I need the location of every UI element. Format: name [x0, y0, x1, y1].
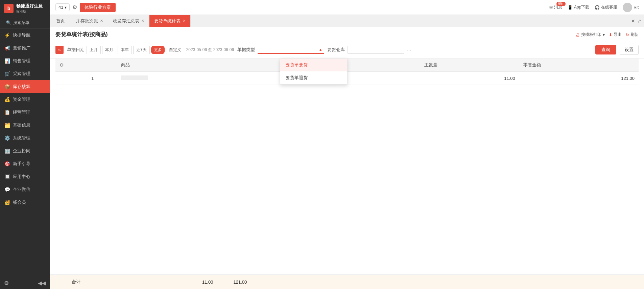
nav-label-base: 基础信息 — [13, 122, 30, 128]
sidebar-item-system[interactable]: ⚙️系统管理 — [0, 132, 50, 144]
period-this-year[interactable]: 本年 — [118, 46, 132, 54]
messages-btn[interactable]: ✉ 消息 99+ — [549, 4, 562, 10]
app-logo: b 畅捷通好生意 标准版 — [0, 0, 50, 17]
messages-icon: ✉ — [549, 5, 553, 10]
type-dropdown-menu: 要货单要货 要货单退货 — [280, 58, 348, 85]
tab-close-inventory-batch[interactable]: ✕ — [100, 19, 103, 23]
sidebar-item-finance[interactable]: 💰资金管理 — [0, 93, 50, 106]
footer-quantity: 11.00 — [202, 280, 213, 285]
refresh-btn[interactable]: ↻ 刷新 — [626, 32, 639, 38]
nav-icon-vip: 👑 — [4, 199, 10, 205]
dropdown-item-order-goods[interactable]: 要货单要货 — [280, 59, 347, 71]
topbar-dropdown[interactable]: 41 ▾ — [55, 3, 70, 11]
app-download-btn[interactable]: 📱 App下载 — [568, 4, 589, 10]
tab-receive-summary[interactable]: 收发存汇总表✕ — [108, 15, 149, 27]
footer-label: 合计 — [72, 279, 80, 285]
page-header: 要货单统计表(按商品) 🖨 按模板打印 ▾ ⬇ 导出 ↻ 刷新 — [50, 27, 644, 41]
sidebar-item-wechat[interactable]: 💬企业微信 — [0, 183, 50, 196]
filter-settings-btn[interactable]: 设置 — [620, 45, 639, 55]
sidebar-item-operations[interactable]: 📋经营管理 — [0, 106, 50, 119]
date-filter-group: 单据日期 上月 本月 本年 近7天 更多 自定义 2023-05-06 至 20… — [67, 46, 234, 54]
nav-icon-marketing: 📢 — [4, 45, 10, 51]
refresh-icon: ↻ — [626, 32, 629, 37]
tab-order-stats[interactable]: 要货单统计表✕ — [149, 15, 191, 27]
nav-label-purchase: 采购管理 — [13, 71, 30, 77]
nav-icon-purchase: 🛒 — [4, 71, 10, 77]
sidebar-item-base[interactable]: 🗂️基础信息 — [0, 119, 50, 132]
sidebar-item-shortcut[interactable]: ⚡快捷导航 — [0, 29, 50, 42]
table-container: ⚙ 商品 主计量单位 主数量 零售金额 1 块 11.00 121.00 — [50, 59, 644, 274]
nav-icon-sales: 📊 — [4, 58, 10, 64]
export-icon: ⬇ — [609, 32, 612, 37]
nav-label-apps: 应用中心 — [13, 174, 30, 180]
sidebar-item-purchase[interactable]: 🛒采购管理 — [0, 67, 50, 80]
tabs-actions: ✕ ⤢ — [628, 15, 644, 27]
topbar-settings-icon[interactable]: ⚙ — [72, 4, 77, 10]
logo-text: 畅捷通好生意 标准版 — [16, 3, 43, 14]
filter-bar: » 单据日期 上月 本月 本年 近7天 更多 自定义 2023-05-06 至 … — [50, 41, 644, 59]
footer-amount: 121.00 — [234, 280, 247, 285]
page-content: 要货单统计表(按商品) 🖨 按模板打印 ▾ ⬇ 导出 ↻ 刷新 — [50, 27, 644, 289]
tab-inventory-batch[interactable]: 库存批次账✕ — [71, 15, 108, 27]
topbar-right: ✉ 消息 99+ 📱 App下载 🎧 在线客服 Rit — [549, 3, 639, 12]
export-btn[interactable]: ⬇ 导出 — [609, 32, 622, 38]
cell-num: 1 — [68, 72, 117, 85]
sidebar-settings-icon[interactable]: ⚙ — [4, 280, 9, 286]
headset-icon: 🎧 — [595, 5, 600, 10]
sidebar-item-guide[interactable]: 🎯新手引导 — [0, 157, 50, 170]
tab-close-order-stats[interactable]: ✕ — [183, 19, 186, 23]
nav-icon-base: 🗂️ — [4, 122, 10, 128]
trial-btn[interactable]: 体验行业方案 — [80, 3, 116, 12]
cell-amount: 121.00 — [519, 72, 639, 85]
period-last-month[interactable]: 上月 — [87, 46, 101, 54]
period-custom[interactable]: 自定义 — [166, 46, 184, 54]
tab-home[interactable]: 首页 — [50, 15, 71, 27]
filter-toggle-btn[interactable]: » — [55, 46, 64, 54]
print-icon: 🖨 — [576, 32, 580, 37]
user-avatar-btn[interactable]: Rit — [623, 3, 639, 12]
tab-label-order-stats: 要货单统计表 — [154, 18, 181, 24]
nav-label-wechat: 企业微信 — [13, 186, 30, 193]
cell-quantity: 11.00 — [420, 72, 519, 85]
sidebar-item-apps[interactable]: 🔲应用中心 — [0, 170, 50, 183]
nav-label-inventory: 库存核算 — [13, 84, 30, 90]
warehouse-filter-group: 要货仓库 ··· — [327, 46, 411, 54]
sidebar-collapse-icon[interactable]: ◀◀ — [38, 280, 46, 286]
type-select-input[interactable] — [258, 46, 324, 54]
phone-icon: 📱 — [568, 5, 573, 10]
sidebar-item-sales[interactable]: 📊销售管理 — [0, 54, 50, 67]
search-icon: 🔍 — [6, 20, 11, 25]
sidebar-item-enterprise[interactable]: 🏢企业协同 — [0, 144, 50, 157]
dropdown-item-order-return[interactable]: 要货单退货 — [280, 71, 347, 84]
period-more[interactable]: 更多 — [151, 46, 165, 54]
tab-close-receive-summary[interactable]: ✕ — [141, 19, 144, 23]
tabs-bar: 首页库存批次账✕收发存汇总表✕要货单统计表✕ ✕ ⤢ — [50, 15, 644, 27]
sidebar-item-marketing[interactable]: 📢营销推广 — [0, 42, 50, 54]
search-menu[interactable]: 🔍 搜索菜单 — [0, 17, 50, 29]
period-7days[interactable]: 近7天 — [133, 46, 150, 54]
sidebar-item-inventory[interactable]: 📦库存核算 — [0, 80, 50, 93]
print-btn[interactable]: 🖨 按模板打印 ▾ — [576, 32, 605, 38]
nav-icon-wechat: 💬 — [4, 186, 10, 193]
sidebar-bottom-bar: ⚙ ◀◀ — [0, 277, 50, 289]
warehouse-input[interactable] — [348, 46, 404, 54]
type-select[interactable]: ▲ — [258, 46, 324, 54]
nav-icon-guide: 🎯 — [4, 161, 10, 167]
page-title: 要货单统计表(按商品) — [55, 31, 108, 38]
nav-label-sales: 销售管理 — [13, 58, 30, 64]
tabs-close-icon[interactable]: ✕ — [631, 18, 635, 24]
tab-label-receive-summary: 收发存汇总表 — [113, 18, 139, 24]
nav-label-vip: 畅会员 — [13, 199, 26, 205]
col-amount: 零售金额 — [519, 59, 639, 72]
main-content: 41 ▾ ⚙ 体验行业方案 ✉ 消息 99+ 📱 App下载 🎧 在线客服 R — [50, 0, 644, 289]
period-this-month[interactable]: 本月 — [102, 46, 116, 54]
type-filter-group: 单据类型 ▲ — [237, 46, 324, 54]
tabs-expand-icon[interactable]: ⤢ — [637, 18, 641, 24]
column-settings-icon[interactable]: ⚙ — [59, 62, 64, 68]
sidebar-item-vip[interactable]: 👑畅会员 — [0, 196, 50, 209]
type-select-arrow: ▲ — [318, 47, 323, 52]
filter-more-btn[interactable]: ··· — [407, 47, 411, 52]
query-btn[interactable]: 查询 — [595, 45, 616, 54]
online-service-btn[interactable]: 🎧 在线客服 — [595, 4, 617, 10]
cell-goods — [117, 72, 280, 85]
